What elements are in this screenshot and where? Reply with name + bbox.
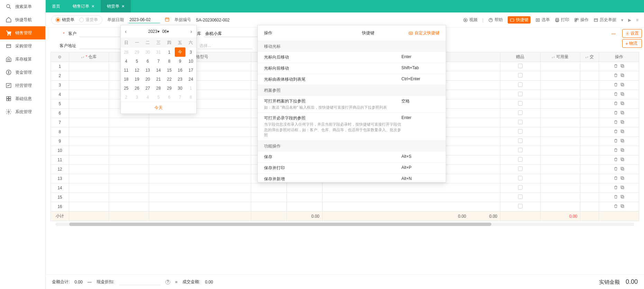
copy-icon[interactable] — [620, 130, 625, 135]
project-input[interactable] — [198, 43, 253, 49]
calendar-month[interactable]: 06▾ — [162, 29, 169, 34]
table-header-8[interactable]: ▴▾可用量 — [540, 52, 580, 62]
horizontal-scrollbar[interactable] — [55, 223, 634, 226]
delete-icon[interactable] — [614, 186, 618, 191]
play-icon[interactable]: ▶ — [628, 18, 631, 22]
checkbox-icon[interactable] — [518, 92, 523, 96]
calendar-day[interactable]: 5 — [131, 57, 142, 66]
calendar-day[interactable]: 4 — [142, 93, 153, 102]
copy-icon[interactable] — [620, 195, 625, 200]
sidebar-item-6[interactable]: 经营管理 — [0, 79, 45, 92]
copy-icon[interactable] — [620, 139, 625, 144]
delete-icon[interactable] — [614, 74, 618, 79]
calendar-day[interactable]: 8 — [164, 57, 175, 66]
calendar-day[interactable]: 15 — [164, 66, 175, 75]
copy-icon[interactable] — [620, 92, 625, 97]
calendar-day[interactable]: 5 — [153, 93, 164, 102]
table-header-9[interactable]: ▴▾交 — [580, 52, 599, 62]
checkbox-icon[interactable] — [518, 166, 523, 171]
delete-icon[interactable] — [614, 195, 618, 200]
calendar-day[interactable]: 7 — [153, 57, 164, 66]
radio-sales[interactable]: 销货单 — [56, 17, 74, 23]
delete-icon[interactable] — [614, 139, 618, 144]
table-header-1[interactable]: ▴▾* 仓库 — [69, 52, 109, 62]
calendar-day[interactable]: 25 — [121, 84, 131, 93]
delete-icon[interactable] — [614, 92, 618, 97]
calendar-day[interactable]: 24 — [185, 75, 196, 84]
delete-icon[interactable] — [614, 111, 618, 116]
tool-shortcut[interactable]: 快捷键 — [508, 16, 530, 24]
calendar-day[interactable]: 27 — [142, 84, 153, 93]
sidebar-item-2[interactable]: 销售管理 — [0, 26, 45, 39]
table-row[interactable]: 16 — [51, 202, 639, 211]
calendar-day[interactable]: 3 — [185, 47, 196, 57]
copy-icon[interactable] — [620, 177, 625, 181]
table-header-10[interactable]: 操作 — [599, 52, 639, 62]
tab-1[interactable]: 销售订单✕ — [66, 0, 101, 12]
copy-icon[interactable] — [620, 148, 625, 153]
copy-icon[interactable] — [620, 74, 625, 79]
delete-icon[interactable] — [614, 177, 618, 181]
calendar-day[interactable]: 29 — [131, 47, 142, 57]
tab-2[interactable]: 销货单✕ — [101, 0, 131, 12]
copy-icon[interactable] — [620, 158, 625, 163]
calendar-day[interactable]: 21 — [153, 75, 164, 84]
radio-return[interactable]: 退货单 — [79, 17, 98, 23]
calendar-day[interactable]: 10 — [185, 57, 196, 66]
copy-icon[interactable] — [620, 205, 625, 209]
tool-operate[interactable]: 操作 — [574, 17, 589, 23]
calendar-day[interactable]: 17 — [185, 66, 196, 75]
tool-history[interactable]: 历史单据 — [593, 17, 616, 23]
calendar-day[interactable]: 20 — [142, 75, 153, 84]
calendar-icon[interactable] — [165, 17, 170, 23]
calendar-day[interactable]: 2 — [121, 93, 131, 102]
close-icon[interactable]: ✕ — [121, 4, 125, 9]
today-button[interactable]: 今天 — [121, 102, 196, 114]
copy-icon[interactable] — [620, 64, 625, 69]
checkbox-icon[interactable] — [518, 120, 523, 124]
close-icon[interactable]: ✕ — [91, 4, 94, 9]
tool-print[interactable]: 打印 — [555, 17, 569, 23]
sidebar-item-7[interactable]: 基础信息 — [0, 92, 45, 105]
calendar-day[interactable]: 1 — [164, 47, 175, 57]
copy-icon[interactable] — [620, 111, 625, 116]
calendar-day[interactable]: 19 — [131, 75, 142, 84]
delete-icon[interactable] — [614, 102, 618, 107]
copy-icon[interactable] — [620, 167, 625, 172]
table-header-0[interactable]: ⚙ — [51, 52, 69, 62]
delete-icon[interactable] — [614, 158, 618, 163]
table-header-7[interactable]: 赠品 — [500, 52, 541, 62]
calendar-day[interactable]: 28 — [121, 47, 131, 57]
calendar-day[interactable]: 6 — [164, 93, 175, 102]
delete-icon[interactable] — [614, 130, 618, 135]
checkbox-icon[interactable] — [518, 204, 523, 208]
menu-icon[interactable]: ≡ — [636, 18, 638, 22]
checkbox-icon[interactable] — [518, 101, 523, 106]
prev-month-icon[interactable]: ‹ — [125, 29, 127, 34]
sidebar-item-8[interactable]: 系统管理 — [0, 105, 45, 118]
sidebar-item-5[interactable]: 资金管理 — [0, 66, 45, 79]
delete-icon[interactable] — [614, 83, 618, 88]
help-icon[interactable]: ? — [165, 280, 170, 285]
calendar-day[interactable]: 13 — [142, 66, 153, 75]
checkbox-icon[interactable] — [518, 73, 523, 78]
sidebar-item-3[interactable]: 采购管理 — [0, 39, 45, 53]
calendar-day[interactable]: 16 — [175, 66, 185, 75]
checkbox-icon[interactable] — [518, 195, 523, 199]
calendar-day[interactable]: 23 — [175, 75, 185, 84]
calendar-day[interactable]: 3 — [131, 93, 142, 102]
calendar-day[interactable]: 9 — [175, 57, 185, 66]
calendar-day[interactable]: 7 — [175, 93, 185, 102]
calendar-day[interactable]: 14 — [153, 66, 164, 75]
tool-video[interactable]: 视频 — [463, 17, 478, 23]
copy-icon[interactable] — [620, 83, 625, 88]
custom-shortcut-button[interactable]: 自定义快捷键 — [408, 30, 439, 36]
checkbox-icon[interactable] — [518, 157, 523, 162]
table-row[interactable]: 15 — [51, 193, 639, 202]
calendar-day[interactable]: 26 — [131, 84, 142, 93]
checkbox-icon[interactable] — [518, 129, 523, 134]
warehouse-input[interactable] — [204, 30, 258, 37]
discount-input[interactable] — [119, 279, 161, 285]
table-row[interactable]: 14 — [51, 183, 639, 193]
sidebar-item-4[interactable]: 库存核算 — [0, 53, 45, 66]
